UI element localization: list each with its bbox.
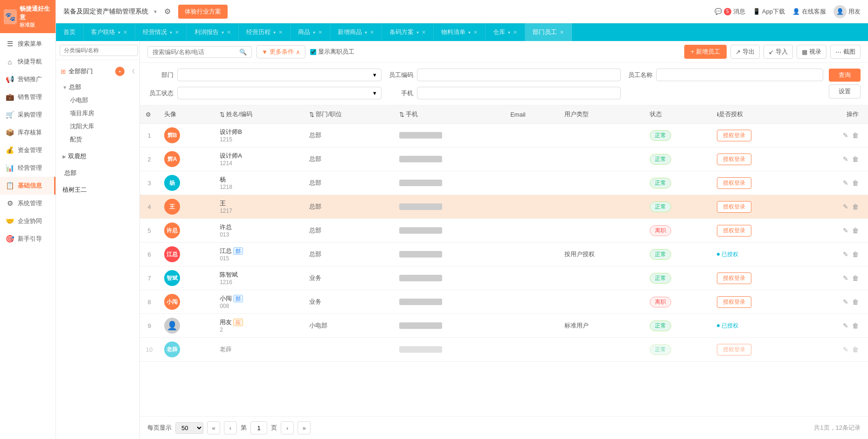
- delete-btn[interactable]: 🗑: [852, 132, 859, 139]
- tab-home[interactable]: 首页: [56, 23, 83, 41]
- filter-more-btn[interactable]: ▼ 更多条件 ∧: [257, 45, 306, 58]
- dept-item-peihuo[interactable]: 配货: [56, 133, 139, 146]
- tab-bom-close[interactable]: ✕: [473, 29, 478, 35]
- edit-btn[interactable]: ✎: [843, 179, 848, 187]
- tab-profit-close[interactable]: ✕: [227, 29, 231, 35]
- auth-btn[interactable]: 授权登录: [717, 296, 751, 308]
- edit-btn[interactable]: ✎: [843, 322, 848, 329]
- edit-btn[interactable]: ✎: [843, 298, 848, 306]
- sidebar-item-purchase[interactable]: 🛒 采购管理: [0, 106, 56, 124]
- auth-btn[interactable]: 授权登录: [717, 153, 751, 165]
- tab-add-goods[interactable]: 新增商品 ▾ ✕: [330, 23, 382, 41]
- edit-btn[interactable]: ✎: [843, 132, 848, 139]
- sidebar-item-sales[interactable]: 💼 销售管理: [0, 88, 56, 106]
- auth-btn[interactable]: 授权登录: [717, 201, 751, 213]
- edit-btn[interactable]: ✎: [843, 203, 848, 210]
- delete-btn[interactable]: 🗑: [852, 203, 859, 210]
- adv-phone-input[interactable]: [417, 87, 621, 99]
- adv-name-input[interactable]: [656, 69, 823, 81]
- auth-btn[interactable]: 授权登录: [717, 225, 751, 237]
- tab-warehouse[interactable]: 仓库 ▾ ✕: [486, 23, 525, 41]
- sidebar-item-inventory[interactable]: 📦 库存核算: [0, 124, 56, 141]
- tab-customer[interactable]: 客户联络 ▾ ✕: [83, 23, 135, 41]
- dept-add-btn[interactable]: +: [115, 67, 125, 76]
- edit-btn[interactable]: ✎: [843, 251, 848, 258]
- trial-button[interactable]: 体验行业方案: [178, 5, 228, 19]
- col-phone[interactable]: ⇅ 手机: [394, 105, 505, 124]
- tab-barcode-close[interactable]: ✕: [422, 29, 426, 35]
- query-btn[interactable]: 查询: [829, 69, 861, 82]
- tab-history[interactable]: 经营历程 ▾ ✕: [239, 23, 291, 41]
- online-service-btn[interactable]: 👤 在线客服: [792, 7, 826, 16]
- dept-group-shuanglu-title[interactable]: ▶ 双鹿想: [56, 150, 139, 163]
- adv-dept-select[interactable]: ▾: [177, 69, 382, 81]
- first-page-btn[interactable]: «: [207, 421, 220, 434]
- current-page-input[interactable]: [250, 421, 267, 434]
- delete-btn[interactable]: 🗑: [852, 227, 859, 234]
- delete-btn[interactable]: 🗑: [852, 251, 859, 258]
- sidebar-item-quick-nav[interactable]: ⌂ 快捷导航: [0, 53, 56, 70]
- last-page-btn[interactable]: »: [298, 421, 311, 434]
- sidebar-item-operations[interactable]: 📊 经营管理: [0, 159, 56, 177]
- delete-btn[interactable]: 🗑: [852, 274, 859, 282]
- tab-operations[interactable]: 经营情况 ▾ ✕: [135, 23, 187, 41]
- auth-btn[interactable]: 授权登录: [717, 177, 751, 189]
- dept-item-xiaodian[interactable]: 小电部: [56, 94, 139, 107]
- sidebar-item-enterprise[interactable]: 🤝 企业协同: [0, 212, 56, 230]
- col-settings[interactable]: ⚙: [140, 105, 159, 124]
- view-btn[interactable]: ▦ 视录: [797, 45, 826, 59]
- tab-history-close[interactable]: ✕: [278, 29, 283, 35]
- filter-search-icon[interactable]: 🔍: [239, 49, 247, 56]
- settings-icon[interactable]: ⚙: [164, 7, 171, 16]
- tab-add-goods-close[interactable]: ✕: [370, 29, 374, 35]
- delete-btn[interactable]: 🗑: [852, 346, 859, 353]
- app-download-btn[interactable]: 📱 App下载: [753, 7, 785, 16]
- dept-group-zongbu2-title[interactable]: 总部: [56, 167, 139, 180]
- tab-customer-close[interactable]: ✕: [123, 29, 127, 35]
- user-menu[interactable]: 👤 用友: [833, 5, 861, 18]
- sidebar-item-basic[interactable]: 📋 基础信息: [0, 177, 56, 195]
- auth-btn[interactable]: 授权登录: [717, 130, 751, 141]
- auth-btn[interactable]: 授权登录: [717, 344, 751, 355]
- next-page-btn[interactable]: ›: [281, 421, 294, 434]
- show-resigned-checkbox[interactable]: [310, 49, 316, 55]
- sidebar-item-guide[interactable]: 🎯 新手引导: [0, 230, 56, 248]
- filter-show-resigned[interactable]: 显示离职员工: [310, 48, 354, 56]
- dept-group-zhishu-title[interactable]: 植树王二: [56, 183, 139, 196]
- adv-code-input[interactable]: [417, 69, 621, 81]
- sidebar-item-finance[interactable]: 💰 资金管理: [0, 141, 56, 159]
- page-size-select[interactable]: 50 20 100: [175, 422, 203, 434]
- tab-employees-close[interactable]: ✕: [560, 29, 564, 35]
- adv-status-select[interactable]: ▾: [177, 87, 382, 99]
- edit-btn[interactable]: ✎: [843, 274, 848, 282]
- set-btn[interactable]: 设置: [829, 84, 861, 98]
- delete-btn[interactable]: 🗑: [852, 155, 859, 163]
- delete-btn[interactable]: 🗑: [852, 322, 859, 329]
- more-action-btn[interactable]: ⋯ 截图: [830, 45, 861, 59]
- sidebar-item-system[interactable]: ⚙ 系统管理: [0, 195, 56, 212]
- tab-operations-close[interactable]: ✕: [175, 29, 179, 35]
- tab-goods-close[interactable]: ✕: [318, 29, 322, 35]
- add-employee-btn[interactable]: + 新增员工: [684, 45, 727, 59]
- auth-btn[interactable]: 授权登录: [717, 272, 751, 284]
- dept-item-project[interactable]: 项目库房: [56, 107, 139, 120]
- export-btn[interactable]: ↗ 导出: [730, 45, 760, 59]
- tab-bom[interactable]: 物料清单 ▾ ✕: [434, 23, 486, 41]
- import-btn[interactable]: ↙ 导入: [764, 45, 793, 59]
- message-btn[interactable]: 💬 5 消息: [715, 7, 745, 16]
- tab-warehouse-close[interactable]: ✕: [513, 29, 517, 35]
- sidebar-item-marketing[interactable]: 📢 营销推广: [0, 70, 56, 88]
- dept-collapse-btn[interactable]: 《: [129, 68, 135, 76]
- col-name[interactable]: ⇅ 姓名/编码: [214, 105, 304, 124]
- delete-btn[interactable]: 🗑: [852, 179, 859, 187]
- dept-search-input[interactable]: [60, 45, 138, 56]
- col-dept[interactable]: ⇅ 部门/职位: [304, 105, 393, 124]
- delete-btn[interactable]: 🗑: [852, 298, 859, 306]
- sidebar-item-search[interactable]: ☰ 搜索菜单: [0, 35, 56, 53]
- dept-group-zongbu-title[interactable]: ▼ 总部: [56, 81, 139, 94]
- prev-page-btn[interactable]: ‹: [224, 421, 237, 434]
- dept-item-shenyang[interactable]: 沈阳大库: [56, 120, 139, 133]
- edit-btn[interactable]: ✎: [843, 227, 848, 234]
- tab-goods[interactable]: 商品 ▾ ✕: [291, 23, 330, 41]
- filter-search-input[interactable]: [153, 49, 236, 56]
